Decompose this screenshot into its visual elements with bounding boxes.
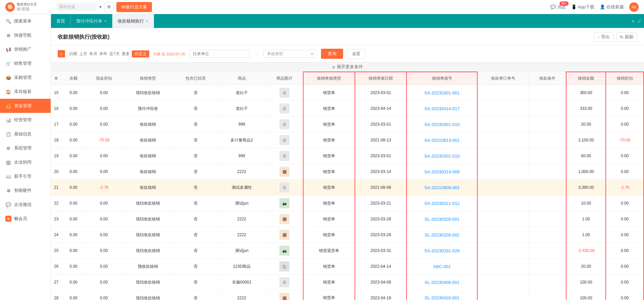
td-product: 测试jun — [218, 196, 266, 211]
tab-prepay[interactable]: 预付冲应付单 × — [71, 14, 112, 28]
bill-no-link[interactable]: ABC-001 — [433, 264, 451, 269]
td-bill-no[interactable]: SA-20210813-001 — [407, 132, 477, 148]
date-link-7days[interactable]: 近7天 — [109, 51, 120, 57]
td-verify-type: 现结收款核销 — [122, 274, 173, 290]
sidebar-item-search[interactable]: 🔍 搜索菜单 — [0, 14, 51, 28]
bill-no-link[interactable]: SA-20210813-001 — [424, 138, 460, 143]
message-button[interactable]: 💬 消息 99+ — [550, 4, 566, 10]
td-bill-date: 2023-03-14 — [355, 164, 407, 180]
export-button[interactable]: ↑ 导出 — [594, 32, 614, 42]
td-bill-no[interactable]: SL-20230408-001 — [407, 274, 477, 290]
sidebar-label-marketing: 营销推广 — [14, 46, 32, 52]
td-bill-no[interactable]: SA-20210808-001 — [407, 180, 477, 196]
bill-no-link[interactable]: SA-20230314-008 — [424, 169, 460, 174]
date-link-last-month[interactable]: 上月 — [79, 51, 87, 57]
expand-bar[interactable]: ∨ 展开更多条件 — [51, 62, 644, 72]
date-link-this-month[interactable]: 本月 — [89, 51, 97, 57]
sidebar-item-hardware[interactable]: 🖥 智能硬件 — [0, 183, 51, 198]
td-bill-no[interactable]: SA-20230301-010 — [407, 148, 477, 164]
tab-home[interactable]: 首页 — [51, 14, 71, 28]
bill-no-link[interactable]: SA-20230414-017 — [424, 106, 460, 111]
industry-button[interactable]: 体验行业方案 — [116, 2, 152, 12]
tab-fullscreen-icon[interactable]: ⤢ — [637, 18, 641, 24]
td-pay-cond — [529, 290, 566, 300]
table-row: 15 0.00 0.00 现结收款核销 否 老白干 🖼 销货单 2023-03-… — [51, 85, 644, 101]
bill-no-link[interactable]: SA-20230301-010 — [424, 122, 460, 127]
bill-no-link[interactable]: SA-20230301-010 — [424, 154, 460, 159]
td-bill-no[interactable]: SA-20230321-012 — [407, 196, 477, 211]
bill-no-link[interactable]: SL-20230418-001 — [425, 295, 460, 300]
app-download-button[interactable]: 📱 App下载 — [571, 4, 594, 10]
refresh-button[interactable]: ↻ 刷新 — [616, 32, 637, 42]
td-product-img: 🖼 — [266, 117, 303, 132]
td-bill-type: 销货单 — [303, 180, 355, 196]
date-link-this-year[interactable]: 本年 — [99, 51, 107, 57]
sidebar-item-finance[interactable]: 💰 资金管理 — [0, 99, 51, 113]
bill-no-link[interactable]: SA-20230301-001 — [424, 90, 460, 95]
td-include-settled: 否 — [173, 243, 218, 259]
purchase-icon: 📦 — [5, 75, 11, 81]
sidebar-item-marketing[interactable]: 📢 营销推广 — [0, 42, 51, 56]
td-product-img: 🖼 — [266, 85, 303, 101]
filter-settings-button[interactable]: 设置 — [347, 49, 365, 59]
user-avatar[interactable]: Rit — [629, 2, 639, 12]
query-button[interactable]: 查询 — [321, 49, 343, 59]
filter-toggle-button[interactable]: » — [58, 50, 65, 57]
table-row: 16 0.00 0.00 预付冲应收 否 老白干 🖼 销货单 2023-04-1… — [51, 101, 644, 117]
bill-no-link[interactable]: SA-20230331-026 — [424, 248, 460, 253]
table-row: 25 0.00 0.00 现结收款核销 否 测试jun 📷 销货退货单 2023… — [51, 243, 644, 259]
sidebar-item-corp[interactable]: 🏢 企业协同 — [0, 155, 51, 169]
td-bill-no[interactable]: SA-20230314-008 — [407, 164, 477, 180]
tab-prepay-close[interactable]: × — [104, 19, 107, 24]
td-pay-cond — [529, 101, 566, 117]
td-product: 老白干 — [218, 101, 266, 117]
sidebar-item-inventory[interactable]: 🏠 库存核算 — [0, 85, 51, 99]
bill-type-select[interactable]: 单据类型 — [263, 50, 317, 58]
bill-no-link[interactable]: SL-20230328-002 — [425, 232, 460, 238]
td-balance: 0.00 — [62, 117, 85, 132]
sidebar-item-shortcut[interactable]: ⊞ 快捷导航 — [0, 28, 51, 42]
td-bill-no[interactable]: SA-20230301-010 — [407, 117, 477, 132]
tab-receipt-close[interactable]: × — [146, 19, 148, 24]
settings-icon[interactable]: ⚙ — [104, 2, 114, 12]
td-product-img: 🟫 — [266, 211, 303, 227]
company-name[interactable]: 演示企业 — [56, 3, 97, 11]
td-include-settled: 否 — [173, 211, 218, 227]
td-bill-no[interactable]: SA-20230301-001 — [407, 85, 477, 101]
sidebar-item-operation[interactable]: 📊 经营管理 — [0, 113, 51, 127]
td-bill-no[interactable]: SL-20230418-001 — [407, 290, 477, 300]
td-id: 22 — [51, 196, 62, 211]
online-service-button[interactable]: 👤 在线客服 — [600, 4, 624, 10]
sidebar-item-member[interactable]: V 畅会员 — [0, 212, 51, 226]
logo-icon: 畅 — [5, 2, 15, 12]
th-bill-date: 核销单据日期 — [355, 72, 407, 85]
tab-close-all-icon[interactable]: × — [632, 18, 635, 24]
td-bill-no[interactable]: ABC-001 — [407, 259, 477, 274]
sidebar-item-wechat[interactable]: 💬 企业微信 — [0, 198, 51, 212]
td-bill-no[interactable]: SL-20230328-001 — [407, 211, 477, 227]
td-discount: 0.00 — [606, 164, 644, 180]
expand-icon: ∨ — [332, 65, 335, 70]
bill-no-link[interactable]: SL-20230328-001 — [425, 217, 460, 222]
sidebar-item-guide[interactable]: 📖 新手引导 — [0, 169, 51, 183]
sidebar-item-system[interactable]: ⚙ 系统管理 — [0, 141, 51, 155]
td-bill-type: 销货单 — [303, 85, 355, 101]
unit-filter-input[interactable] — [189, 50, 250, 58]
td-include-settled: 否 — [173, 117, 218, 132]
bill-no-link[interactable]: SL-20230408-001 — [425, 280, 460, 285]
bill-no-link[interactable]: SA-20230321-012 — [424, 201, 460, 206]
td-bill-no[interactable]: SA-20230414-017 — [407, 101, 477, 117]
date-link-more[interactable]: 更多 — [122, 51, 130, 57]
sidebar-item-sales[interactable]: 🛒 销售管理 — [0, 56, 51, 71]
table-row: 24 0.00 0.00 现结收款核销 否 2222 🟫 销货单 2023-03… — [51, 227, 644, 243]
td-bill-no[interactable]: SL-20230328-002 — [407, 227, 477, 243]
custom-date-button[interactable]: 自定义 — [132, 50, 149, 57]
dropdown-icon[interactable]: ▾ — [99, 4, 102, 9]
td-bill-no[interactable]: SA-20230331-026 — [407, 243, 477, 259]
tab-receipt[interactable]: 收款核销执行 × — [112, 14, 154, 28]
sidebar-item-purchase[interactable]: 📦 采购管理 — [0, 71, 51, 85]
td-discount: 0.00 — [606, 101, 644, 117]
sidebar-item-basic[interactable]: 📋 基础信息 — [0, 127, 51, 141]
td-product-img: 🏠 — [266, 259, 303, 274]
bill-no-link[interactable]: SA-20210808-001 — [424, 185, 460, 190]
